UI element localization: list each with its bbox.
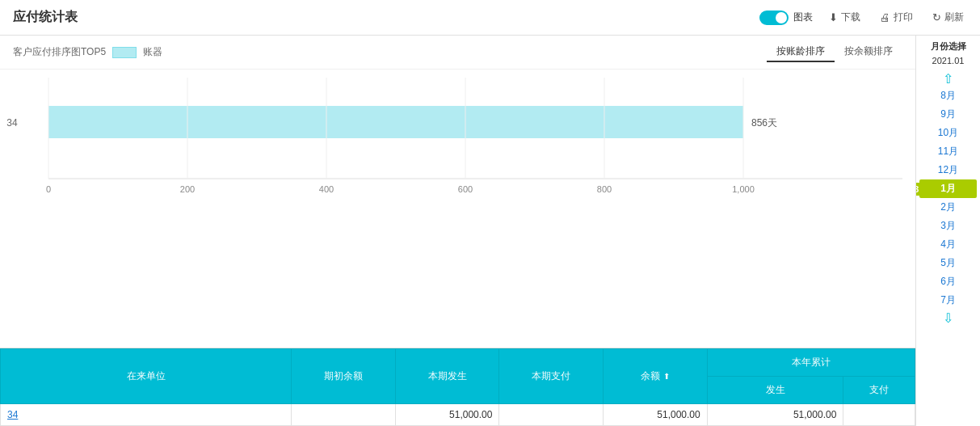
refresh-label: 刷新 [944,11,964,24]
page-title: 应付统计表 [13,9,78,26]
chart-wrapper: 34 856天 0 200 400 600 800 1,000 [0,70,915,348]
refresh-icon [932,11,941,23]
legend-box-label: 账器 [143,45,162,59]
bar-chart-svg: 34 856天 0 200 400 600 800 1,000 [48,78,902,315]
x-tick-1000: 1,000 [732,184,755,194]
month-item[interactable]: 5月 [916,254,980,272]
sidebar: 月份选择 2021.01 ⇧ 8月9月10月11月12月1月20232月3月4月… [915,36,980,426]
month-item[interactable]: 6月 [916,272,980,291]
month-item[interactable]: 2月 [916,198,980,217]
sort-by-balance-tab[interactable]: 按账龄排序 [767,42,835,62]
th-ytd: 本年累计 [707,349,915,377]
x-tick-800: 800 [597,184,612,194]
month-item[interactable]: 1月2023 [919,179,977,198]
month-item[interactable]: 9月 [916,105,980,124]
month-item[interactable]: 10月 [916,124,980,142]
legend-title: 客户应付排序图TOP5 [13,45,106,59]
chart-toggle-label: 图表 [793,11,813,24]
th-ytd-occur: 发生 [707,377,843,404]
year-marker: 2023 [916,183,921,196]
month-item[interactable]: 4月 [916,235,980,254]
month-item[interactable]: 12月 [916,161,980,179]
download-label: 下载 [841,11,860,24]
td-opening [292,404,396,426]
month-item[interactable]: 3月 [916,217,980,235]
td-balance: 51,000.00 [604,404,708,426]
td-payment [499,404,604,426]
sort-by-amount-tab[interactable]: 按余额排序 [835,42,902,62]
legend-color-box [112,47,137,58]
data-table-area: 在来单位 期初余额 本期发生 本期支付 余额 ⬆ 本年累计 发生 支付 [0,348,915,426]
td-ytd-pay [843,404,915,426]
th-unit: 在来单位 [1,349,292,404]
chart-toggle[interactable] [759,11,789,25]
data-table: 在来单位 期初余额 本期发生 本期支付 余额 ⬆ 本年累计 发生 支付 [0,348,915,426]
x-tick-0: 0 [46,184,51,194]
print-icon [880,11,890,23]
x-tick-600: 600 [458,184,473,194]
chart-legend: 客户应付排序图TOP5 账器 [13,45,162,59]
download-icon [829,11,838,23]
chart-toggle-container: 图表 [759,11,813,25]
th-ytd-pay: 支付 [843,377,915,404]
y-axis-label: 34 [6,117,18,129]
bar-rect [48,106,743,138]
month-item[interactable]: 7月 [916,291,980,310]
td-ytd-occur: 51,000.00 [707,404,843,426]
sidebar-months: 8月9月10月11月12月1月20232月3月4月5月6月7月 [916,86,980,310]
bar-days-label: 856天 [751,117,777,129]
month-item[interactable]: 11月 [916,142,980,161]
month-item[interactable]: 8月 [916,86,980,105]
page-header: 应付统计表 图表 下载 打印 刷新 [0,0,980,36]
x-tick-200: 200 [180,184,195,194]
x-tick-400: 400 [319,184,334,194]
download-button[interactable]: 下载 [826,9,864,26]
th-payment: 本期支付 [499,349,604,404]
sidebar-down-button[interactable]: ⇩ [939,310,958,326]
chart-area: 客户应付排序图TOP5 账器 按账龄排序 按余额排序 34 856天 [0,36,915,426]
sort-tabs: 按账龄排序 按余额排序 [767,42,902,62]
th-current: 本期发生 [395,349,499,404]
sidebar-up-button[interactable]: ⇧ [939,70,958,86]
th-opening: 期初余额 [292,349,396,404]
main-content: 客户应付排序图TOP5 账器 按账龄排序 按余额排序 34 856天 [0,36,980,426]
chart-topbar: 客户应付排序图TOP5 账器 按账龄排序 按余额排序 [0,36,915,70]
header-actions: 图表 下载 打印 刷新 [759,9,967,26]
unit-link[interactable]: 34 [7,409,18,420]
td-current: 51,000.00 [395,404,499,426]
refresh-button[interactable]: 刷新 [929,9,967,26]
table-row: 34 51,000.00 51,000.00 51,000.00 [1,404,915,426]
td-unit[interactable]: 34 [1,404,292,426]
print-button[interactable]: 打印 [877,9,916,26]
balance-sort-icon: ⬆ [663,372,670,381]
th-balance: 余额 ⬆ [604,349,708,404]
print-label: 打印 [894,11,913,24]
sidebar-title: 月份选择 [927,40,969,53]
sidebar-current-display: 2021.01 [932,56,965,65]
